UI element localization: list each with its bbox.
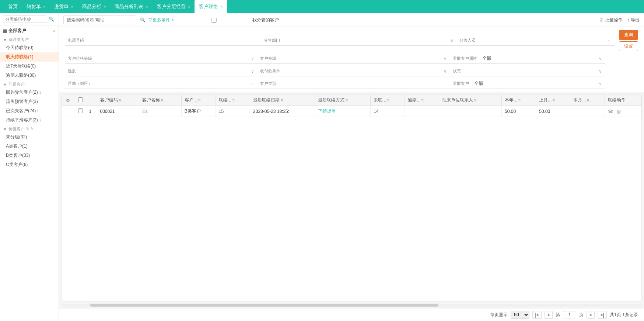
sidebar-item-today[interactable]: 今天待联络(0) (0, 43, 59, 52)
row-checkbox-cell[interactable] (75, 106, 86, 117)
retail-attr-dropdown-icon[interactable]: ∨ (599, 56, 602, 61)
nav-analysis-list[interactable]: 商品分析列表 × (110, 0, 152, 13)
row-last-method-cell[interactable]: 下销货单 (315, 106, 370, 117)
col-overdue[interactable]: 逾期...⇅ (405, 95, 439, 106)
all-customers-header[interactable]: ▦ 全部客户 « (0, 25, 59, 35)
sidebar-item-ungrouped[interactable]: 未分组(32) (0, 132, 59, 142)
phone-input[interactable] (86, 38, 258, 43)
search-input[interactable] (63, 15, 137, 24)
col-last-date[interactable]: 最后联络日期⇅ (250, 95, 315, 106)
nav-home[interactable]: 首页 (4, 0, 22, 13)
col-settings[interactable]: ⚙ (62, 95, 75, 106)
filter-icon: ▽ (148, 17, 152, 23)
value-group-title: ▼ 价值客户 ↻ ✎ (0, 125, 59, 132)
first-page-button[interactable]: |< (532, 311, 542, 319)
col-uncontacted[interactable]: 未联...⇅ (371, 95, 405, 106)
select-all-checkbox[interactable] (78, 97, 83, 102)
export-button[interactable]: ↑ 导出 (627, 17, 640, 23)
col-checkbox[interactable] (75, 95, 86, 106)
row-this-month-cell (570, 106, 605, 117)
sidebar-item-typeA[interactable]: A类客户(1) (0, 142, 59, 151)
col-contacts[interactable]: 联络...⇅ (216, 95, 250, 106)
sidebar-item-7days[interactable]: 近7天待联络(0) (0, 62, 59, 71)
close-purchase-icon[interactable]: × (71, 4, 73, 9)
scrollbar-thumb[interactable] (90, 304, 439, 307)
table-body: 1 000021 Ea B类客户 15 2023-05-23 18:25: 下销… (62, 106, 641, 117)
region-more-icon[interactable]: ··· (251, 81, 254, 86)
nav-sales[interactable]: 销货单 × (22, 0, 50, 13)
sidebar-search-input[interactable] (3, 15, 47, 23)
edit-icon[interactable]: ✎ (30, 127, 34, 131)
query-button[interactable]: 查询 (619, 30, 638, 40)
sidebar-search-area: 🔍 (0, 13, 59, 25)
collapse-sidebar-icon[interactable]: « (53, 28, 56, 34)
call-icon[interactable]: ☎ (608, 109, 613, 114)
nav-customer-seg[interactable]: 客户分层经营 × (153, 0, 195, 13)
row-overdue-cell (405, 106, 439, 117)
qr-icon[interactable]: ▦ (617, 109, 621, 114)
sidebar-item-overdue[interactable]: 逾期未联络(30) (0, 71, 59, 80)
close-analysis-list-icon[interactable]: × (146, 4, 148, 9)
refresh-icon[interactable]: ↻ (26, 127, 29, 131)
next-page-button[interactable]: > (587, 311, 595, 319)
filter-dept: 分管部门 ∨ (261, 35, 457, 46)
sidebar-item-repurchase[interactable]: 回购异常客户(2) ℹ (0, 88, 59, 97)
prev-page-button[interactable]: < (545, 311, 553, 319)
settings-button[interactable]: 设置 (619, 41, 638, 51)
sidebar-item-tomorrow[interactable]: 明天待联络(1) (0, 52, 59, 62)
table-header-row: ⚙ 客户编码⇅ 客户名称⇅ 客户...⇅ 联络...⇅ 最后联络日期⇅ 最后联络… (62, 95, 641, 106)
row-no-cell: 1 (86, 106, 97, 117)
person-more-icon[interactable]: ··· (608, 38, 612, 43)
batch-operations-button[interactable]: ☑ 批量操作 (599, 17, 623, 23)
sidebar-item-typeB[interactable]: B类客户(33) (0, 151, 59, 160)
sidebar-search-icon[interactable]: 🔍 (49, 17, 54, 22)
filter-status: 状态 ∨ (450, 66, 605, 76)
close-contact-icon[interactable]: × (220, 4, 223, 9)
sidebar-item-churn-warning[interactable]: 流失预警客户(3) (0, 97, 59, 106)
page-number-input[interactable] (563, 311, 576, 318)
col-code[interactable]: 客户编码⇅ (97, 95, 139, 106)
info-icon: ℹ (39, 90, 41, 94)
col-this-year[interactable]: 本年...⇅ (502, 95, 536, 106)
row-this-year-cell: 50.00 (502, 106, 536, 117)
more-filter-button[interactable]: ▽ 更多条件 ∧ (148, 17, 174, 23)
price-level-dropdown-icon[interactable]: ∨ (251, 56, 254, 61)
nav-customer-contact[interactable]: 客户联络 × (195, 0, 227, 13)
status-dropdown-icon[interactable]: ∨ (599, 69, 602, 74)
col-type[interactable]: 客户...⇅ (181, 95, 216, 106)
sidebar-item-declining[interactable]: 持续下滑客户(2) ℹ (0, 115, 59, 125)
filter-price-level: 客户价格等级 ∨ (65, 54, 257, 64)
nav-purchase[interactable]: 进货单 × (50, 0, 77, 13)
col-last-method[interactable]: 最后联络方式⇅ (315, 95, 370, 106)
table-row: 1 000021 Ea B类客户 15 2023-05-23 18:25: 下销… (62, 106, 641, 117)
retail-dropdown-icon[interactable]: ∨ (599, 81, 602, 86)
filter-customer-level: 客户等级 ∨ (257, 54, 449, 64)
my-customers-checkbox-label[interactable]: 我分管的客户 (177, 17, 279, 23)
search-button-icon[interactable]: 🔍 (140, 17, 146, 23)
sidebar-item-churned[interactable]: 已流失客户(24) ℹ (0, 106, 59, 115)
col-last-month[interactable]: 上月...⇅ (536, 95, 570, 106)
my-customers-checkbox[interactable] (177, 18, 251, 23)
col-unit-contact[interactable]: 往来单位联系人⇅ (439, 95, 502, 106)
filter-retail-attr: 零散客户属性 全部 ∨ (450, 54, 605, 64)
pagination: 每页显示 50 10 20 100 |< < 第 页 > >| 共1页 1条记录 (59, 308, 644, 321)
nav-analysis[interactable]: 商品分析 × (78, 0, 110, 13)
grid-icon: ▦ (3, 28, 7, 34)
last-page-button[interactable]: >| (598, 311, 607, 319)
col-this-month[interactable]: 本月...⇅ (570, 95, 605, 106)
close-sales-icon[interactable]: × (43, 4, 45, 9)
payment-dropdown-icon[interactable]: ∨ (444, 69, 447, 74)
close-analysis-icon[interactable]: × (104, 4, 106, 9)
horizontal-scrollbar[interactable] (61, 304, 642, 307)
sidebar-item-typeC[interactable]: C类客户(6) (0, 160, 59, 169)
page-size-select[interactable]: 50 10 20 100 (511, 311, 529, 319)
checkbox-icon: ☑ (599, 17, 603, 23)
customer-level-dropdown-icon[interactable]: ∨ (444, 56, 447, 61)
row-checkbox[interactable] (78, 108, 83, 113)
col-no (86, 95, 97, 106)
nature-dropdown-icon[interactable]: ∨ (251, 69, 254, 74)
close-seg-icon[interactable]: × (188, 4, 190, 9)
info-icon-2: ℹ (37, 109, 39, 113)
dept-dropdown-icon[interactable]: ∨ (450, 38, 454, 43)
col-name[interactable]: 客户名称⇅ (139, 95, 182, 106)
